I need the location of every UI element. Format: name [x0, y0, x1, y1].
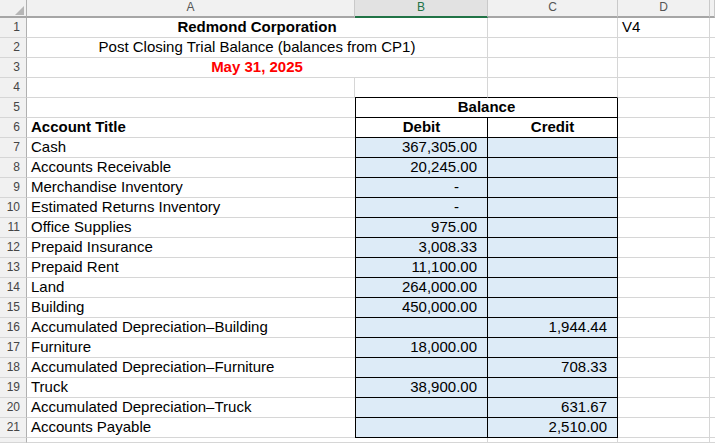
cell-account[interactable]: Accumulated Depreciation–Truck: [27, 398, 355, 418]
cell-account[interactable]: Furniture: [27, 338, 355, 358]
cell-credit-header[interactable]: Credit: [488, 118, 618, 138]
cell-subtitle[interactable]: Post Closing Trial Balance (balances fro…: [27, 38, 488, 58]
cell-debit[interactable]: -: [355, 198, 488, 218]
row-header[interactable]: 7: [0, 138, 27, 158]
row-header[interactable]: 12: [0, 238, 27, 258]
cell-debit[interactable]: -: [355, 178, 488, 198]
cell-empty[interactable]: [355, 78, 488, 98]
cell-account[interactable]: Accounts Payable: [27, 418, 355, 438]
cell-empty[interactable]: [488, 38, 618, 58]
cell-credit[interactable]: [488, 238, 618, 258]
cell-account[interactable]: Merchandise Inventory: [27, 178, 355, 198]
cell-empty[interactable]: [27, 98, 355, 118]
cell-empty[interactable]: [618, 258, 710, 278]
row-header[interactable]: 20: [0, 398, 27, 418]
cell-debit[interactable]: 367,305.00: [355, 138, 488, 158]
cell-empty[interactable]: [488, 18, 618, 38]
cell-debit[interactable]: 3,008.33: [355, 238, 488, 258]
cell-debit[interactable]: 975.00: [355, 218, 488, 238]
cell-account[interactable]: Office Supplies: [27, 218, 355, 238]
cell-empty[interactable]: [488, 58, 618, 78]
cell-credit[interactable]: [488, 278, 618, 298]
cell-account-title-header[interactable]: Account Title: [27, 118, 355, 138]
row-header[interactable]: 6: [0, 118, 27, 138]
cell-credit[interactable]: [488, 338, 618, 358]
row-header[interactable]: 15: [0, 298, 27, 318]
select-all-corner[interactable]: [0, 0, 27, 18]
row-header[interactable]: 8: [0, 158, 27, 178]
cell-empty[interactable]: [618, 338, 710, 358]
row-header[interactable]: 4: [0, 78, 27, 98]
cell-empty[interactable]: [618, 418, 710, 438]
cell-credit[interactable]: [488, 158, 618, 178]
cell-empty[interactable]: [618, 38, 710, 58]
cell-empty[interactable]: [618, 158, 710, 178]
row-header[interactable]: 18: [0, 358, 27, 378]
row-header[interactable]: 16: [0, 318, 27, 338]
cell-debit[interactable]: 20,245.00: [355, 158, 488, 178]
cell-empty[interactable]: [488, 78, 618, 98]
cell-credit[interactable]: 708.33: [488, 358, 618, 378]
cell-debit[interactable]: 18,000.00: [355, 338, 488, 358]
row-header[interactable]: 11: [0, 218, 27, 238]
cell-empty[interactable]: [618, 78, 710, 98]
cell-empty[interactable]: [618, 238, 710, 258]
column-header-b[interactable]: B: [355, 0, 488, 18]
cell-credit[interactable]: [488, 258, 618, 278]
cell-account[interactable]: Building: [27, 298, 355, 318]
row-header[interactable]: 2: [0, 38, 27, 58]
cell-account[interactable]: Land: [27, 278, 355, 298]
cell-date[interactable]: May 31, 2025: [27, 58, 488, 78]
row-header[interactable]: 19: [0, 378, 27, 398]
cell-debit[interactable]: 264,000.00: [355, 278, 488, 298]
cell-credit[interactable]: [488, 138, 618, 158]
cell-empty[interactable]: [618, 298, 710, 318]
cell-debit[interactable]: [355, 318, 488, 338]
cell-account[interactable]: Prepaid Insurance: [27, 238, 355, 258]
row-header[interactable]: 13: [0, 258, 27, 278]
column-header-d[interactable]: D: [618, 0, 710, 18]
cell-empty[interactable]: [618, 378, 710, 398]
cell-account[interactable]: Accumulated Depreciation–Building: [27, 318, 355, 338]
cell-debit[interactable]: [355, 418, 488, 438]
cell-debit[interactable]: 38,900.00: [355, 378, 488, 398]
cell-debit-header[interactable]: Debit: [355, 118, 488, 138]
cell-credit[interactable]: [488, 298, 618, 318]
cell-credit[interactable]: [488, 378, 618, 398]
cell-empty[interactable]: [618, 118, 710, 138]
cell-empty[interactable]: [618, 398, 710, 418]
cell-account[interactable]: Cash: [27, 138, 355, 158]
row-header[interactable]: 9: [0, 178, 27, 198]
cell-debit[interactable]: 11,100.00: [355, 258, 488, 278]
row-header[interactable]: 14: [0, 278, 27, 298]
row-header[interactable]: 1: [0, 18, 27, 38]
cell-account[interactable]: Truck: [27, 378, 355, 398]
cell-empty[interactable]: [618, 318, 710, 338]
cell-empty[interactable]: [618, 138, 710, 158]
column-header-a[interactable]: A: [27, 0, 355, 18]
cell-empty[interactable]: [618, 218, 710, 238]
cell-empty[interactable]: [618, 58, 710, 78]
row-header[interactable]: 21: [0, 418, 27, 438]
row-header[interactable]: 17: [0, 338, 27, 358]
cell-balance-header[interactable]: Balance: [355, 98, 618, 118]
cell-debit[interactable]: 450,000.00: [355, 298, 488, 318]
cell-empty[interactable]: [618, 198, 710, 218]
cell-version-tag[interactable]: V4: [618, 18, 710, 38]
cell-debit[interactable]: [355, 398, 488, 418]
cell-account[interactable]: Prepaid Rent: [27, 258, 355, 278]
cell-empty[interactable]: [27, 78, 355, 98]
column-header-c[interactable]: C: [488, 0, 618, 18]
cell-debit[interactable]: [355, 358, 488, 378]
row-header[interactable]: 10: [0, 198, 27, 218]
cell-empty[interactable]: [618, 278, 710, 298]
cell-empty[interactable]: [618, 98, 710, 118]
cell-credit[interactable]: 1,944.44: [488, 318, 618, 338]
cell-empty[interactable]: [618, 178, 710, 198]
cell-account[interactable]: Accumulated Depreciation–Furniture: [27, 358, 355, 378]
cell-credit[interactable]: [488, 218, 618, 238]
cell-empty[interactable]: [618, 358, 710, 378]
row-header[interactable]: 5: [0, 98, 27, 118]
cell-credit[interactable]: [488, 178, 618, 198]
cell-company-title[interactable]: Redmond Corporation: [27, 18, 488, 38]
